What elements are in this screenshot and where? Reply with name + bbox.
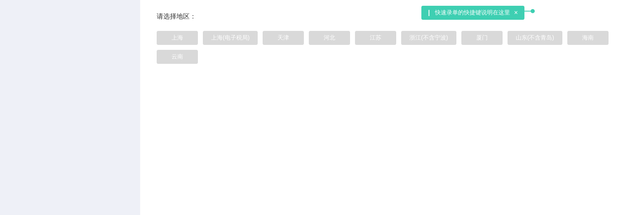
region-button-jiangsu[interactable]: 江苏	[355, 31, 396, 45]
region-button-yunnan[interactable]: 云南	[157, 50, 198, 64]
sidebar	[0, 0, 140, 215]
tooltip-banner: 快速录单的快捷键说明在这里 ×	[421, 6, 524, 20]
region-button-tianjin[interactable]: 天津	[263, 31, 304, 45]
region-button-shandong[interactable]: 山东(不含青岛)	[508, 31, 562, 45]
tooltip-close-button[interactable]: ×	[514, 9, 518, 16]
region-buttons-container: 上海上海(电子税局)天津河北江苏浙江(不含宁波)厦门山东(不含青岛)海南云南	[157, 31, 628, 64]
region-button-shanghai[interactable]: 上海	[157, 31, 198, 45]
region-button-xiamen[interactable]: 厦门	[461, 31, 503, 45]
tooltip-text: 快速录单的快捷键说明在这里	[435, 9, 510, 16]
region-button-zhejiang[interactable]: 浙江(不含宁波)	[401, 31, 456, 45]
connector-dot	[531, 9, 535, 13]
region-button-hainan[interactable]: 海南	[567, 31, 609, 45]
main-content: 请选择地区： 上海上海(电子税局)天津河北江苏浙江(不含宁波)厦门山东(不含青岛…	[140, 0, 644, 215]
page-title: 请选择地区：	[157, 12, 628, 21]
region-button-shanghai-etax[interactable]: 上海(电子税局)	[203, 31, 258, 45]
region-button-hebei[interactable]: 河北	[309, 31, 350, 45]
